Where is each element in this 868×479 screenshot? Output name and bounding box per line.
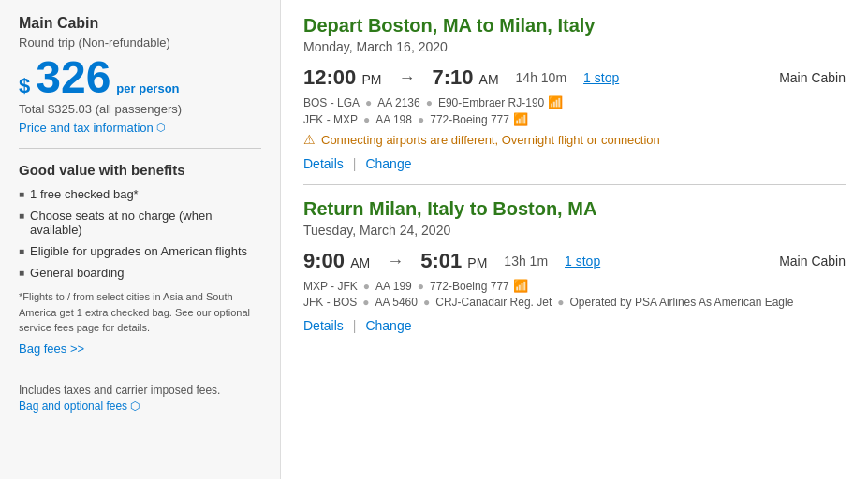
depart-warning-text: Connecting airports are different, Overn… bbox=[321, 133, 660, 147]
return-cabin: Main Cabin bbox=[779, 254, 846, 269]
depart-stops-link[interactable]: 1 stop bbox=[583, 70, 619, 85]
depart-duration: 14h 10m bbox=[516, 70, 566, 85]
wifi-icon-2: 📶 bbox=[513, 112, 528, 126]
wifi-icon-3: 📶 bbox=[513, 279, 528, 293]
depart-time: 12:00 PM bbox=[303, 65, 381, 90]
price-amount: 326 bbox=[36, 55, 110, 100]
cabin-type: Main Cabin bbox=[19, 15, 261, 32]
depart-flight-section: Depart Boston, MA to Milan, Italy Monday… bbox=[303, 15, 846, 171]
return-segment1: MXP - JFK ● AA 199 ● 772-Boeing 777 📶 bbox=[303, 279, 846, 293]
depart-times-row: 12:00 PM → 7:10 AM 14h 10m 1 stop Main C… bbox=[303, 65, 846, 90]
return-details-link[interactable]: Details bbox=[303, 318, 344, 333]
per-person: per person bbox=[116, 81, 179, 95]
benefit-2: ■ Choose seats at no charge (when availa… bbox=[19, 209, 261, 237]
seg2-route: JFK - MXP bbox=[303, 113, 358, 126]
flights-divider bbox=[303, 184, 846, 185]
return-times-row: 9:00 AM → 5:01 PM 13h 1m 1 stop Main Cab… bbox=[303, 249, 846, 273]
bag-fees-link[interactable]: Bag fees >> bbox=[19, 341, 84, 356]
arrow-icon: → bbox=[398, 68, 415, 88]
depart-segment2: JFK - MXP ● AA 198 ● 772-Boeing 777 📶 bbox=[303, 112, 846, 126]
price-tax-link[interactable]: Price and tax information ⬡ bbox=[19, 121, 166, 135]
return-change-link[interactable]: Change bbox=[365, 318, 411, 333]
return-depart-time: 9:00 AM bbox=[303, 249, 370, 273]
external-icon: ⬡ bbox=[156, 122, 166, 134]
footnote: *Flights to / from select cities in Asia… bbox=[19, 289, 261, 336]
benefit-4: ■ General boarding bbox=[19, 266, 261, 280]
ret-seg2-flight: AA 5460 bbox=[375, 296, 418, 309]
total-price: Total $325.03 (all passengers) bbox=[19, 102, 261, 116]
depart-action-row: Details | Change bbox=[303, 156, 846, 171]
ret-seg1-flight: AA 199 bbox=[375, 280, 412, 293]
wifi-icon-1: 📶 bbox=[548, 95, 563, 109]
depart-cabin: Main Cabin bbox=[779, 70, 846, 85]
bullet-icon: ■ bbox=[19, 210, 24, 221]
bullet-icon: ■ bbox=[19, 246, 24, 256]
depart-segment1: BOS - LGA ● AA 2136 ● E90-Embraer RJ-190… bbox=[303, 95, 846, 109]
bullet-icon: ■ bbox=[19, 189, 24, 199]
return-title: Return Milan, Italy to Boston, MA bbox=[303, 198, 846, 220]
depart-title: Depart Boston, MA to Milan, Italy bbox=[303, 15, 846, 36]
depart-date: Monday, March 16, 2020 bbox=[303, 39, 846, 54]
return-stops-link[interactable]: 1 stop bbox=[565, 254, 600, 269]
seg2-flight: AA 198 bbox=[375, 113, 412, 126]
ret-seg1-route: MXP - JFK bbox=[303, 280, 358, 293]
return-segment2: JFK - BOS ● AA 5460 ● CRJ-Canadair Reg. … bbox=[303, 296, 846, 309]
depart-details-link[interactable]: Details bbox=[303, 156, 344, 171]
warning-icon: ⚠ bbox=[303, 132, 316, 147]
trip-type: Round trip (Non-refundable) bbox=[19, 36, 261, 50]
external-link-icon: ⬡ bbox=[130, 399, 140, 413]
arrive-time: 7:10 AM bbox=[432, 65, 498, 90]
dollar-sign: $ bbox=[19, 74, 30, 98]
price-row: $ 326 per person bbox=[19, 55, 261, 100]
seg1-route: BOS - LGA bbox=[303, 96, 360, 109]
benefit-3: ■ Eligible for upgrades on American flig… bbox=[19, 244, 261, 258]
return-flight-section: Return Milan, Italy to Boston, MA Tuesda… bbox=[303, 198, 846, 333]
return-arrive-time: 5:01 PM bbox=[420, 249, 487, 273]
includes-text: Includes taxes and carrier imposed fees. bbox=[19, 384, 261, 397]
seg2-aircraft: 772-Boeing 777 bbox=[430, 113, 509, 126]
return-duration: 13h 1m bbox=[504, 254, 548, 269]
return-date: Tuesday, March 24, 2020 bbox=[303, 223, 846, 238]
seg1-aircraft: E90-Embraer RJ-190 bbox=[438, 96, 544, 109]
ret-seg2-route: JFK - BOS bbox=[303, 296, 357, 309]
right-panel: Depart Boston, MA to Milan, Italy Monday… bbox=[281, 0, 868, 479]
left-panel: Main Cabin Round trip (Non-refundable) $… bbox=[0, 0, 281, 479]
bullet-icon: ■ bbox=[19, 268, 24, 278]
left-divider bbox=[19, 148, 261, 149]
seg1-flight: AA 2136 bbox=[377, 96, 419, 109]
good-value-title: Good value with benefits bbox=[19, 162, 261, 178]
bag-optional-fees-link[interactable]: Bag and optional fees ⬡ bbox=[19, 399, 140, 413]
left-bottom: Includes taxes and carrier imposed fees.… bbox=[19, 384, 261, 413]
return-arrow-icon: → bbox=[387, 252, 404, 271]
return-action-row: Details | Change bbox=[303, 318, 846, 333]
depart-warning-row: ⚠ Connecting airports are different, Ove… bbox=[303, 132, 846, 147]
ret-seg2-aircraft: CRJ-Canadair Reg. Jet bbox=[435, 296, 552, 309]
benefit-1: ■ 1 free checked bag* bbox=[19, 187, 261, 201]
ret-seg1-aircraft: 772-Boeing 777 bbox=[430, 280, 509, 293]
depart-change-link[interactable]: Change bbox=[365, 156, 411, 171]
ret-seg2-operated: Operated by PSA Airlines As American Eag… bbox=[570, 296, 794, 309]
